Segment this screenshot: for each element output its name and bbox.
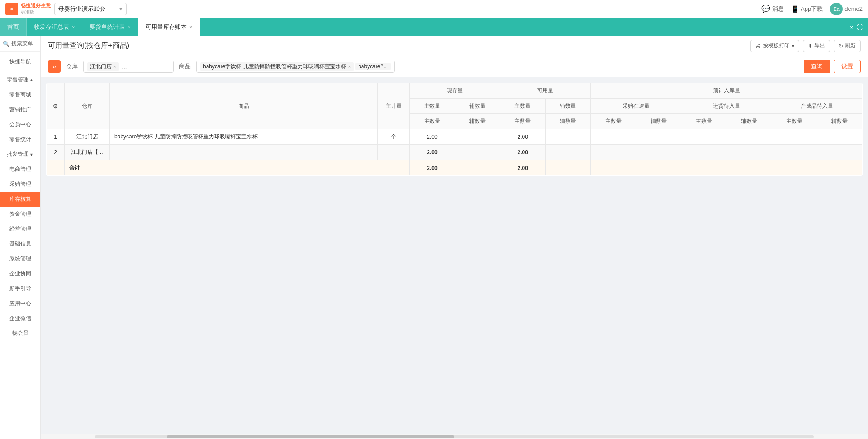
- sidebar-item-basic[interactable]: 基础信息: [0, 236, 40, 251]
- sidebar-newbie-label: 新手引导: [9, 285, 31, 293]
- sidebar-item-retail-stat[interactable]: 零售统计: [0, 132, 40, 147]
- tab-available-close[interactable]: ×: [189, 24, 192, 30]
- refresh-label: 刷新: [845, 42, 856, 50]
- th-warehouse: 仓库: [65, 83, 110, 129]
- scrollbar-thumb: [167, 435, 454, 438]
- row1-warehouse: 江北门店: [65, 129, 110, 145]
- tab-receive-close[interactable]: ×: [72, 24, 75, 30]
- row2-warehouse: 江北门店【...: [65, 145, 110, 160]
- query-button[interactable]: 查询: [804, 60, 830, 73]
- th-incoming: 进货待入量: [681, 99, 772, 114]
- th-settings[interactable]: ⚙: [47, 83, 65, 129]
- tenant-selector[interactable]: 母婴行业演示账套 ▾: [54, 3, 127, 15]
- row1-purchase-sub: [636, 129, 681, 145]
- sidebar-item-retail-mall[interactable]: 零售商城: [0, 87, 40, 102]
- export-icon: ⬇: [808, 43, 812, 49]
- goods-tag-1-close[interactable]: ×: [348, 64, 351, 69]
- refresh-button[interactable]: ↻ 刷新: [834, 40, 861, 52]
- sidebar-item-finance[interactable]: 资金管理: [0, 207, 40, 222]
- row2-avail-sub: [545, 145, 590, 160]
- tab-home[interactable]: 首页: [0, 18, 27, 36]
- user-area[interactable]: Ea demo2: [830, 3, 863, 15]
- goods-tag-2-value: babycare?...: [358, 63, 388, 70]
- table-row: 2 江北门店【... 2.00 2.00: [47, 145, 863, 160]
- th-avail-main2: 主数量: [500, 114, 545, 129]
- row1-production-main: [772, 129, 817, 145]
- export-button[interactable]: ⬇ 导出: [803, 40, 830, 52]
- settings-icon: ⚙: [53, 103, 58, 109]
- sidebar-item-inventory[interactable]: 库存核算: [0, 192, 40, 207]
- warehouse-tag-close[interactable]: ×: [113, 64, 116, 69]
- th-avail-main: 主数量: [500, 99, 545, 114]
- sidebar-item-enterprise[interactable]: 企业协同: [0, 266, 40, 281]
- sidebar-item-retail-mgmt[interactable]: 零售管理 ▲: [0, 72, 40, 87]
- row1-goods: babycare学饮杯 儿童防摔防撞吸管杯重力球吸嘴杯宝宝水杯: [110, 129, 378, 145]
- message-icon: 💬: [761, 5, 770, 13]
- filter-settings-button[interactable]: 设置: [834, 60, 861, 73]
- message-button[interactable]: 💬 消息: [761, 5, 784, 13]
- row2-production-sub: [817, 145, 862, 160]
- th-production-main: 主数量: [772, 114, 817, 129]
- tab-available-label: 可用量库存账本: [146, 23, 187, 31]
- footer-label: 合计: [65, 160, 410, 176]
- row2-incoming-main: [681, 145, 726, 160]
- top-header: 畅捷通好生意 标准版 母婴行业演示账套 ▾ 💬 消息 📱 App下载 Ea de…: [0, 0, 868, 18]
- sidebar-item-marketing[interactable]: 营销推广: [0, 102, 40, 117]
- warehouse-more-dots[interactable]: ...: [122, 63, 127, 70]
- sidebar-quicknav-label: 快捷导航: [9, 58, 31, 66]
- th-production-sub: 辅数量: [817, 114, 862, 129]
- tab-receive[interactable]: 收发存汇总表 ×: [27, 18, 82, 36]
- sidebar-inventory-label: 库存核算: [9, 195, 31, 203]
- warehouse-input[interactable]: 江北门店 × ...: [83, 61, 174, 73]
- logo-text-area: 畅捷通好生意 标准版: [21, 2, 51, 15]
- goods-input[interactable]: babycare学饮杯 儿童防摔防撞吸管杯重力球吸嘴杯宝宝水杯 × babyca…: [196, 61, 395, 73]
- tab-close-all-icon[interactable]: ×: [849, 24, 853, 31]
- th-goods: 商品: [110, 83, 378, 129]
- sidebar-item-wholesale-mgmt[interactable]: 批发管理 ▼: [0, 147, 40, 162]
- sidebar-item-appcenter[interactable]: 应用中心: [0, 296, 40, 311]
- sidebar-item-newbie[interactable]: 新手引导: [0, 281, 40, 296]
- export-label: 导出: [814, 42, 825, 50]
- footer-incoming-main: [681, 160, 726, 176]
- template-print-button[interactable]: 🖨 按模板打印 ▾: [750, 40, 799, 52]
- filter-toggle-icon: »: [52, 63, 56, 70]
- sidebar-item-purchase[interactable]: 采购管理: [0, 177, 40, 192]
- sidebar-retail-mgmt-label: 零售管理: [7, 76, 28, 84]
- search-icon: 🔍: [3, 41, 9, 47]
- footer-production-main: [772, 160, 817, 176]
- sidebar-item-ecommerce[interactable]: 电商管理: [0, 162, 40, 177]
- filter-actions: 查询 设置: [804, 60, 861, 73]
- sidebar-item-operations[interactable]: 经营管理: [0, 222, 40, 236]
- filter-toggle-button[interactable]: »: [48, 60, 61, 73]
- download-icon: 📱: [791, 5, 799, 13]
- tab-order[interactable]: 要货单统计表 ×: [82, 18, 138, 36]
- tab-order-close[interactable]: ×: [127, 24, 130, 30]
- sidebar-item-member2[interactable]: 畅会员: [0, 326, 40, 341]
- app-download-button[interactable]: 📱 App下载: [791, 5, 823, 13]
- sidebar-wholesale-arrow: ▼: [29, 152, 33, 157]
- th-production: 产成品待入量: [772, 99, 862, 114]
- page-actions: 🖨 按模板打印 ▾ ⬇ 导出 ↻ 刷新: [750, 40, 861, 52]
- sidebar-item-member[interactable]: 会员中心: [0, 117, 40, 132]
- row2-stock-sub: [455, 145, 500, 160]
- tab-expand-icon[interactable]: ⛶: [857, 24, 863, 31]
- sidebar-item-quicknav[interactable]: 快捷导航: [0, 54, 40, 69]
- sidebar-enterprise-label: 企业协同: [9, 270, 31, 278]
- data-table: ⚙ 仓库 商品 主计量 现存量 可用量 预计入库量 主数量 辅数量 主数量 辅数…: [46, 83, 863, 176]
- th-stock-main: 主数量: [410, 99, 455, 114]
- footer-stock-main: 2.00: [410, 160, 455, 176]
- sidebar-item-system[interactable]: 系统管理: [0, 251, 40, 266]
- template-print-label: 按模板打印: [763, 42, 790, 50]
- app-logo-icon: [5, 3, 18, 15]
- row1-stock-main: 2.00: [410, 129, 455, 145]
- sidebar-purchase-label: 采购管理: [9, 180, 31, 188]
- row2-production-main: [772, 145, 817, 160]
- sidebar-item-wechat[interactable]: 企业微信: [0, 311, 40, 326]
- header-left: 畅捷通好生意 标准版 母婴行业演示账套 ▾: [5, 2, 127, 15]
- bottom-scrollbar[interactable]: [41, 434, 868, 439]
- tenant-name: 母婴行业演示账套: [58, 5, 105, 13]
- th-stock-sub2: 辅数量: [455, 114, 500, 129]
- tab-available[interactable]: 可用量库存账本 ×: [138, 18, 200, 36]
- row2-stock-main: 2.00: [410, 145, 455, 160]
- sidebar-search[interactable]: 🔍 搜索菜单: [0, 36, 40, 52]
